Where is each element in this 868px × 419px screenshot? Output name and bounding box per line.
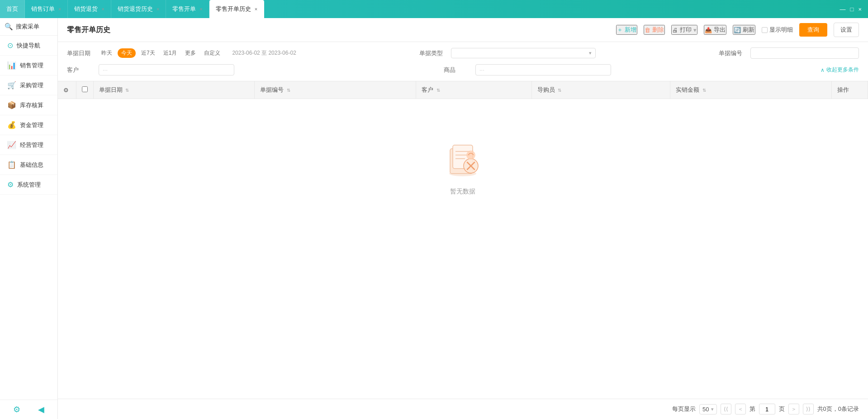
search-icon: 🔍 [5, 23, 13, 31]
goods-select[interactable]: ··· [475, 64, 611, 75]
last-page-btn[interactable]: ⟩⟩ [803, 404, 814, 414]
add-icon: ＋ [617, 26, 623, 34]
sidebar-item-finance[interactable]: 💰 资金管理 [0, 115, 57, 135]
total-info: 共0页，0条记录 [817, 405, 859, 413]
export-button[interactable]: 📤 导出 [704, 25, 726, 35]
sidebar-search-label: 搜索采单 [16, 23, 39, 31]
next-page-btn[interactable]: ＞ [788, 404, 799, 414]
refresh-button[interactable]: 🔄 刷新 [733, 25, 755, 35]
number-input[interactable] [750, 47, 859, 59]
delete-button[interactable]: 🗑 删除 [644, 25, 665, 35]
tab-home[interactable]: 首页 [0, 0, 25, 18]
tab-sales-return-history[interactable]: 销货退货历史 × [111, 0, 166, 18]
system-icon: ⚙ [7, 180, 14, 189]
type-select[interactable] [451, 48, 596, 58]
collapse-filter-btn[interactable]: ∧ 收起更多条件 [821, 63, 859, 76]
tab-retail-order-history-label: 零售开单历史 [216, 5, 251, 13]
tab-sales-return-close[interactable]: × [101, 6, 104, 12]
sort-guide-icon: ⇅ [558, 88, 561, 93]
page-label-post: 页 [779, 405, 785, 413]
first-page-btn[interactable]: ⟨⟨ [721, 404, 731, 414]
settings-icon[interactable]: ⚙ [13, 405, 20, 414]
add-label: 新增 [625, 26, 636, 34]
display-detail-checkbox[interactable] [762, 27, 768, 33]
sidebar-item-system-label: 系统管理 [17, 181, 41, 189]
prev-page-btn[interactable]: ＜ [735, 404, 746, 414]
th-customer[interactable]: 客户 ⇅ [416, 81, 532, 99]
tab-sales-order-close[interactable]: × [58, 6, 61, 12]
sidebar-item-purchase-label: 采购管理 [20, 81, 43, 89]
collapse-sidebar-icon[interactable]: ◀ [38, 405, 44, 414]
th-amount-label: 实销金额 [676, 86, 699, 93]
page-number-input[interactable] [759, 404, 775, 414]
tab-sales-return-history-label: 销货退货历史 [118, 5, 153, 13]
sidebar-search[interactable]: 🔍 搜索采单 [0, 18, 57, 36]
empty-state-row: 暂无数据 [58, 99, 868, 232]
customer-select[interactable]: ··· [99, 64, 234, 75]
print-icon: 🖨 [672, 27, 678, 33]
page-header: 零售开单历史 ＋ 新增 🗑 删除 🖨 打印 ▾ 📤 导出 [58, 18, 868, 42]
sidebar-item-basicinfo-label: 基础信息 [20, 161, 43, 169]
th-actions: 操作 [832, 81, 868, 99]
tab-sales-return[interactable]: 销货退货 × [68, 0, 111, 18]
date-7days[interactable]: 近7天 [138, 48, 158, 58]
sidebar-item-operations[interactable]: 📈 经营管理 [0, 135, 57, 155]
tab-retail-order-close[interactable]: × [199, 6, 202, 12]
purchase-icon: 🛒 [7, 81, 16, 89]
query-button[interactable]: 查询 [799, 23, 827, 37]
collapse-arrow-icon: ∧ [821, 67, 825, 73]
th-number[interactable]: 单据编号 ⇅ [255, 81, 416, 99]
tab-sales-order[interactable]: 销售订单 × [25, 0, 68, 18]
sidebar-item-purchase[interactable]: 🛒 采购管理 [0, 75, 57, 95]
sort-number-icon: ⇅ [287, 88, 290, 93]
sidebar: 🔍 搜索采单 ⊙ 快捷导航 📊 销售管理 🛒 采购管理 📦 库存核算 💰 资金管… [0, 18, 58, 419]
th-guide[interactable]: 导购员 ⇅ [531, 81, 670, 99]
sidebar-item-system[interactable]: ⚙ 系统管理 [0, 175, 57, 195]
goods-filter-label: 商品 [444, 66, 471, 74]
empty-state: 暂无数据 [58, 99, 868, 232]
sidebar-item-inventory[interactable]: 📦 库存核算 [0, 95, 57, 115]
finance-icon: 💰 [7, 121, 16, 129]
tab-retail-order-history-close[interactable]: × [255, 6, 257, 12]
date-filter-label: 单据日期 [67, 49, 94, 57]
date-yesterday[interactable]: 昨天 [99, 48, 115, 58]
sidebar-item-basicinfo[interactable]: 📋 基础信息 [0, 155, 57, 175]
filter-row-2: 客户 ··· 商品 ··· ∧ 收起更多条件 [67, 63, 859, 76]
operations-icon: 📈 [7, 141, 16, 149]
display-detail-toggle[interactable]: 显示明细 [762, 26, 793, 34]
add-button[interactable]: ＋ 新增 [616, 25, 637, 35]
table-body: 暂无数据 [58, 99, 868, 232]
date-1month[interactable]: 近1月 [161, 48, 180, 58]
th-guide-label: 导购员 [537, 86, 555, 93]
th-date[interactable]: 单据日期 ⇅ [93, 81, 255, 99]
sidebar-item-sales[interactable]: 📊 销售管理 [0, 56, 57, 75]
tab-home-label: 首页 [6, 5, 18, 13]
per-page-select[interactable]: 50 ▾ [699, 404, 716, 414]
goods-select-value: ··· [479, 66, 484, 73]
date-more[interactable]: 更多 [182, 48, 199, 58]
th-amount[interactable]: 实销金额 ⇅ [670, 81, 832, 99]
select-all-checkbox[interactable] [82, 86, 88, 92]
basicinfo-icon: 📋 [7, 160, 16, 169]
sidebar-item-quicknav[interactable]: ⊙ 快捷导航 [0, 36, 57, 56]
number-filter-label: 单据编号 [719, 49, 746, 57]
th-check[interactable] [76, 81, 93, 99]
setting-button[interactable]: 设置 [834, 23, 859, 37]
tab-sales-return-history-close[interactable]: × [157, 6, 159, 12]
print-button[interactable]: 🖨 打印 ▾ [671, 25, 697, 35]
page-title: 零售开单历史 [67, 25, 110, 35]
minimize-btn[interactable]: — [840, 6, 846, 13]
window-close-btn[interactable]: × [858, 6, 862, 13]
date-today[interactable]: 今天 [118, 48, 136, 58]
sidebar-bottom: ⚙ ◀ [0, 400, 57, 419]
export-icon: 📤 [705, 27, 712, 33]
th-settings[interactable]: ⚙ [58, 81, 76, 99]
maximize-btn[interactable]: □ [850, 6, 854, 13]
sidebar-item-quicknav-label: 快捷导航 [17, 42, 40, 50]
main-layout: 🔍 搜索采单 ⊙ 快捷导航 📊 销售管理 🛒 采购管理 📦 库存核算 💰 资金管… [0, 18, 868, 419]
sort-date-icon: ⇅ [125, 88, 129, 93]
tab-retail-order[interactable]: 零售开单 × [166, 0, 209, 18]
tab-retail-order-history[interactable]: 零售开单历史 × [209, 0, 264, 18]
date-custom[interactable]: 自定义 [201, 48, 223, 58]
sidebar-item-inventory-label: 库存核算 [20, 101, 43, 109]
